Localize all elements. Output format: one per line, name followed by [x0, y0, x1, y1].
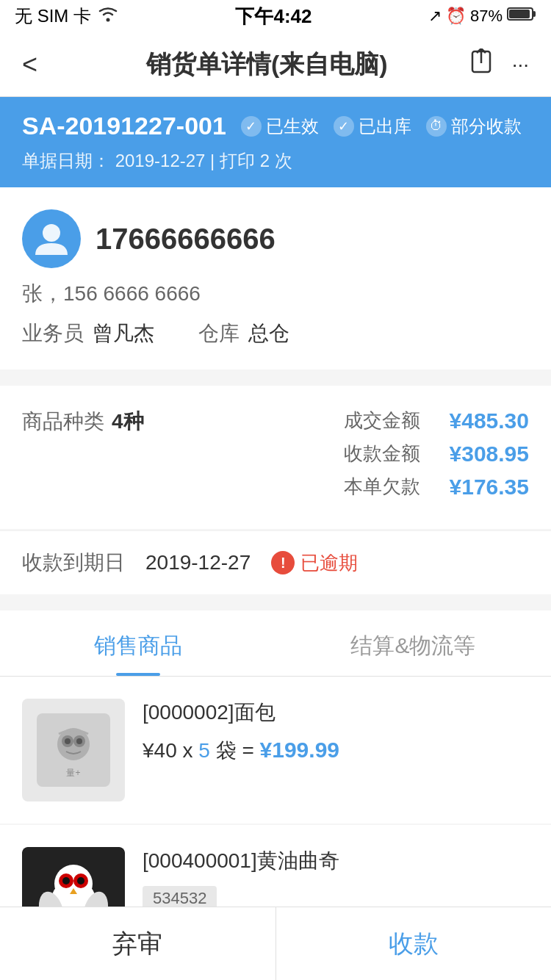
owed-row: 本单欠款 ¥176.35: [344, 474, 529, 500]
divider-1: [0, 371, 551, 386]
badge-effective: ✓ 已生效: [241, 115, 319, 138]
more-button[interactable]: ···: [512, 53, 529, 76]
customer-phone: 17666666666: [96, 223, 276, 256]
product-name-2: [000400001]黄油曲奇: [143, 847, 529, 875]
bottom-bar: 弃审 收款: [0, 907, 551, 980]
product-unit-1: 袋: [216, 739, 237, 762]
svg-point-20: [62, 877, 70, 884]
overdue-label: 已逾期: [300, 550, 358, 576]
cancel-button[interactable]: 弃审: [0, 907, 276, 980]
divider-2: [0, 596, 551, 610]
transaction-label: 成交金额: [344, 408, 420, 433]
owed-label: 本单欠款: [344, 474, 420, 500]
summary-section: 商品种类 4种 成交金额 ¥485.30 收款金额 ¥308.95 本单欠款 ¥…: [0, 386, 551, 529]
collected-label: 收款金额: [344, 441, 420, 466]
check-icon: ✓: [241, 116, 262, 137]
overdue-badge: ! 已逾期: [271, 550, 358, 576]
product-price-1: ¥40: [143, 739, 177, 762]
product-info-1: [0000002]面包 ¥40 x 5 袋 = ¥199.99: [143, 699, 529, 801]
collected-row: 收款金额 ¥308.95: [344, 441, 529, 466]
transaction-row: 成交金额 ¥485.30: [344, 408, 529, 433]
svg-point-12: [76, 738, 82, 744]
status-time: 下午4:42: [235, 4, 311, 29]
status-right: ↗ ⏰ 87%: [428, 6, 536, 26]
badge-partial: ⏱ 部分收款: [426, 115, 522, 138]
product-thumb-placeholder-1: 量+: [22, 699, 125, 801]
sales-label: 业务员: [22, 320, 84, 347]
summary-left: 商品种类 4种: [22, 408, 144, 436]
customer-meta: 业务员 曾凡杰 仓库 总仓: [22, 320, 529, 347]
status-bar: 无 SIM 卡 下午4:42 ↗ ⏰ 87%: [0, 0, 551, 32]
due-section: 收款到期日 2019-12-27 ! 已逾期: [0, 530, 551, 594]
overdue-icon: !: [271, 551, 295, 574]
nav-actions: ···: [468, 48, 529, 80]
page-title: 销货单详情(来自电脑): [66, 48, 468, 82]
product-thumb-1: 量+: [22, 699, 125, 801]
tab-sales-products[interactable]: 销售商品: [0, 610, 276, 676]
svg-point-6: [43, 224, 60, 242]
back-button[interactable]: <: [22, 49, 66, 80]
svg-point-0: [107, 18, 110, 22]
warehouse-info: 仓库 总仓: [198, 320, 289, 347]
sales-name: 曾凡杰: [93, 320, 154, 347]
sales-info: 业务员 曾凡杰: [22, 320, 154, 347]
nav-bar: < 销货单详情(来自电脑) ···: [0, 32, 551, 97]
banner-date: 单据日期： 2019-12-27 | 打印 2 次: [22, 149, 529, 173]
transaction-amount: ¥485.30: [450, 408, 529, 433]
warehouse-name: 总仓: [248, 320, 289, 347]
product-types-label: 商品种类: [22, 408, 104, 436]
svg-rect-2: [533, 11, 536, 17]
avatar: [22, 209, 81, 268]
svg-rect-3: [509, 10, 530, 18]
collect-button[interactable]: 收款: [276, 907, 552, 980]
tab-settlement[interactable]: 结算&物流等: [276, 610, 551, 676]
clock-icon: ⏱: [426, 116, 447, 137]
alarm-icon: ⏰: [446, 7, 466, 26]
due-label: 收款到期日: [22, 549, 125, 577]
product-total-1: ¥199.99: [260, 738, 339, 762]
product-name-1: [0000002]面包: [143, 699, 529, 727]
summary-right: 成交金额 ¥485.30 收款金额 ¥308.95 本单欠款 ¥176.35: [344, 408, 529, 507]
svg-text:量+: 量+: [66, 768, 80, 778]
banner-top: SA-20191227-001 ✓ 已生效 ✓ 已出库 ⏱ 部分收款: [22, 112, 529, 140]
battery-icon: [507, 6, 536, 26]
due-date-value: 2019-12-27: [145, 551, 251, 574]
customer-top: 17666666666: [22, 209, 529, 268]
product-price-row-1: ¥40 x 5 袋 = ¥199.99: [143, 737, 529, 765]
battery-label: 87%: [470, 7, 503, 26]
location-icon: ↗: [428, 7, 442, 26]
collected-amount: ¥308.95: [450, 442, 529, 466]
share-button[interactable]: [468, 48, 494, 80]
tabs-section: 销售商品 结算&物流等: [0, 610, 551, 677]
order-id: SA-20191227-001: [22, 112, 226, 140]
product-types: 商品种类 4种: [22, 408, 144, 436]
product-types-count: 4种: [112, 408, 144, 436]
order-banner: SA-20191227-001 ✓ 已生效 ✓ 已出库 ⏱ 部分收款 单据日期：…: [0, 97, 551, 187]
owed-amount: ¥176.35: [450, 475, 529, 500]
svg-point-11: [65, 738, 71, 744]
customer-section: 17666666666 张，156 6666 6666 业务员 曾凡杰 仓库 总…: [0, 187, 551, 370]
product-qty-1: 5: [198, 739, 210, 762]
wifi-icon: [97, 6, 119, 26]
svg-point-21: [77, 877, 84, 884]
check-icon-2: ✓: [334, 116, 354, 137]
carrier-label: 无 SIM 卡: [15, 4, 91, 28]
product-item-1: 量+ [0000002]面包 ¥40 x 5 袋 = ¥199.99: [0, 677, 551, 824]
customer-detail: 张，156 6666 6666: [22, 280, 529, 308]
status-left: 无 SIM 卡: [15, 4, 119, 28]
badge-outstock: ✓ 已出库: [334, 115, 411, 138]
warehouse-label: 仓库: [198, 320, 240, 347]
